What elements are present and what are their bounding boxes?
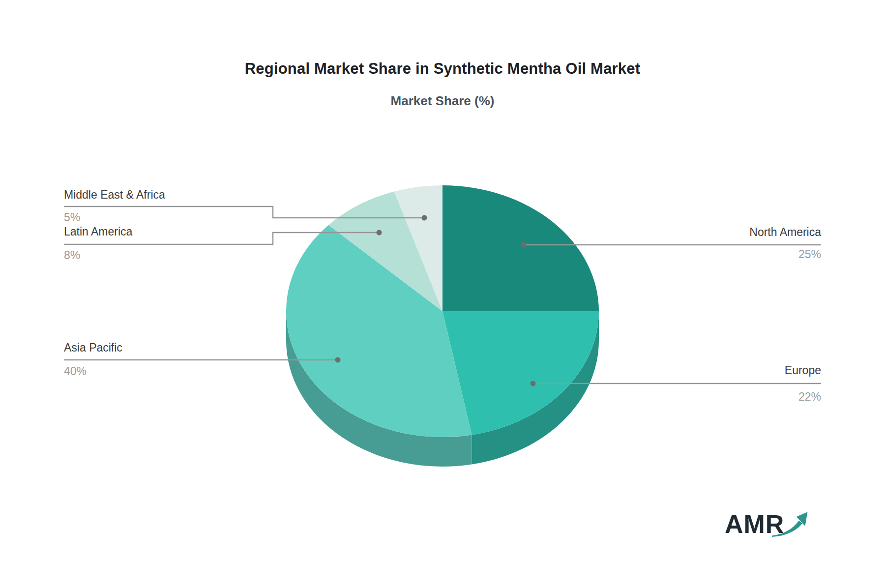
label-asia-pacific-value: 40% xyxy=(64,365,87,378)
label-middle-east-africa-value: 5% xyxy=(64,211,80,224)
label-latin-america-value: 8% xyxy=(64,249,80,262)
label-middle-east-africa-name: Middle East & Africa xyxy=(64,188,165,202)
label-europe-name: Europe xyxy=(785,364,821,377)
callout-dot-latin-america xyxy=(377,230,382,235)
amr-logo-arrow-icon xyxy=(772,510,808,539)
label-asia-pacific-name: Asia Pacific xyxy=(64,341,122,354)
callout-dot-middle-east-africa xyxy=(422,215,427,221)
callout-dot-asia-pacific xyxy=(335,357,341,363)
label-latin-america-name: Latin America xyxy=(64,225,132,238)
label-europe-value: 22% xyxy=(798,390,821,404)
chart-canvas: Regional Market Share in Synthetic Menth… xyxy=(0,0,885,588)
amr-logo: AMR xyxy=(725,509,818,541)
callout-dot-north-america xyxy=(521,242,527,248)
callout-dot-europe xyxy=(531,381,536,386)
pie-chart xyxy=(0,0,885,588)
label-north-america-value: 25% xyxy=(798,248,821,261)
pie-slice-north-america[interactable] xyxy=(442,185,599,311)
label-north-america-name: North America xyxy=(749,226,821,239)
